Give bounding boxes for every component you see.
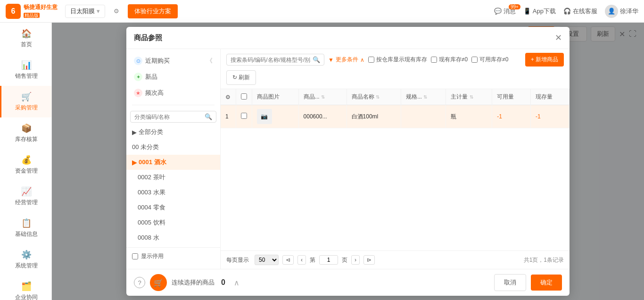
prev-page-button[interactable]: ‹ (297, 255, 306, 265)
row-unit: 瓶 (446, 105, 492, 128)
page-label: 第 (310, 256, 315, 264)
col-unit[interactable]: 主计量 ⇅ (446, 89, 492, 105)
modal-overlay: 商品参照 ✕ ⊙ 近期购买 《 ✦ 新品 (52, 23, 644, 300)
app-download-btn[interactable]: 📱 App下载 (523, 7, 556, 16)
check-stock-nonzero[interactable]: 现有库存≠0 (431, 56, 468, 64)
sidebar-item-sales[interactable]: 📊 销售管理 (0, 54, 51, 86)
help-button[interactable]: ? (134, 277, 145, 288)
sidebar-item-label: 首页 (21, 41, 32, 49)
footer-collapse-icon[interactable]: ∧ (234, 278, 239, 287)
row-code: 000600... (298, 105, 347, 128)
modal-close-button[interactable]: ✕ (555, 33, 562, 43)
show-disabled-label: 显示停用 (141, 252, 164, 260)
col-checkbox (236, 89, 252, 105)
sidebar-item-purchase[interactable]: 🛒 采购管理 (0, 86, 51, 117)
cancel-button[interactable]: 取消 (494, 274, 526, 291)
messages-btn[interactable]: 💬 消息 99+ (494, 7, 516, 16)
col-settings[interactable]: ⚙ (221, 89, 236, 105)
category-label: 0008 水 (138, 233, 159, 242)
logo: 6 畅捷通好生意 精品版 (6, 3, 58, 19)
message-icon: 💬 (494, 8, 502, 15)
store-selector[interactable]: 日太阳膜 ▾ (65, 5, 105, 18)
search-icon[interactable]: 🔍 (313, 56, 320, 63)
collapse-icon[interactable]: 《 (206, 57, 213, 65)
finance-icon: 💰 (21, 155, 32, 165)
sidebar-item-info[interactable]: 📋 基础信息 (0, 212, 51, 244)
col-image: 商品图片 (252, 89, 298, 105)
inventory-icon: 📦 (21, 123, 32, 133)
user-menu[interactable]: 👤 徐泽华 (605, 5, 638, 18)
cart-icon-button[interactable]: 🛒 (150, 274, 167, 291)
freq-icon: ★ (134, 89, 142, 97)
row-checkbox[interactable] (241, 113, 247, 119)
product-modal: 商品参照 ✕ ⊙ 近期购买 《 ✦ 新品 (126, 27, 570, 296)
headset-icon: 🎧 (563, 8, 571, 15)
next-page-button[interactable]: › (351, 255, 360, 265)
settings-icon[interactable]: ⚙ (109, 4, 124, 19)
category-label: 0005 饮料 (138, 218, 165, 227)
all-categories-label: 全部分类 (139, 128, 163, 136)
recent-purchase-item[interactable]: ⊙ 近期购买 《 (128, 53, 218, 69)
row-checkbox-cell[interactable] (236, 105, 252, 128)
trial-button[interactable]: 体验行业方案 (128, 4, 178, 18)
col-spec[interactable]: 规格... ⇅ (401, 89, 446, 105)
category-item-00[interactable]: 00 未分类 (126, 140, 220, 155)
filter-label: 更多条件 (336, 56, 358, 64)
search-icon[interactable]: 🔍 (205, 113, 212, 120)
col-name[interactable]: 商品名称 ⇅ (347, 89, 401, 105)
category-item-0005[interactable]: 0005 饮料 (126, 215, 220, 230)
page-input[interactable] (319, 255, 338, 265)
check-available-nonzero[interactable]: 可用库存≠0 (471, 56, 508, 64)
sidebar-item-label: 企业协同 (15, 293, 38, 300)
arrow-right-icon: ▶ (132, 129, 137, 136)
new-product-item[interactable]: ✦ 新品 (128, 69, 218, 85)
confirm-button[interactable]: 确定 (531, 275, 562, 291)
store-name: 日太阳膜 (70, 7, 95, 16)
sidebar-item-management[interactable]: 📈 经营管理 (0, 181, 51, 212)
modal-header: 商品参照 ✕ (126, 27, 570, 49)
more-filter-button[interactable]: ▼ 更多条件 ∧ (328, 56, 364, 64)
category-item-0004[interactable]: 0004 零食 (126, 200, 220, 215)
select-all-checkbox[interactable] (241, 93, 247, 100)
add-product-button[interactable]: + 新增商品 (525, 53, 564, 67)
sidebar-item-system[interactable]: ⚙️ 系统管理 (0, 244, 51, 275)
sidebar-item-label: 库存核算 (15, 135, 38, 143)
check-by-warehouse[interactable]: 按仓库显示现有库存 (368, 56, 427, 64)
col-code[interactable]: 商品... ⇅ (298, 89, 347, 105)
sidebar-item-home[interactable]: 🏠 首页 (0, 23, 51, 54)
sidebar-item-label: 资金管理 (15, 167, 38, 175)
row-img: 📷 (252, 105, 298, 128)
category-label: 0001 酒水 (139, 158, 166, 167)
row-num: 1 (221, 105, 236, 128)
new-label: 新品 (145, 73, 157, 81)
table-refresh-button[interactable]: ↻ 刷新 (226, 70, 256, 85)
available-nonzero-checkbox[interactable] (471, 57, 478, 63)
category-item-0003[interactable]: 0003 水果 (126, 185, 220, 200)
by-warehouse-checkbox[interactable] (368, 57, 374, 63)
row-spec (401, 105, 446, 128)
sidebar-item-inventory[interactable]: 📦 库存核算 (0, 117, 51, 149)
message-badge: 99+ (509, 4, 520, 9)
stock-nonzero-checkbox[interactable] (431, 57, 437, 63)
sidebar-item-finance[interactable]: 💰 资金管理 (0, 149, 51, 181)
show-disabled-checkbox[interactable] (132, 253, 138, 259)
product-search-input[interactable] (231, 57, 311, 63)
online-service-btn[interactable]: 🎧 在线客服 (563, 7, 597, 16)
product-table-wrap: ⚙ 商品图片 商品... ⇅ 商品名称 ⇅ 规格... ⇅ 主计量 ⇅ 可用量 (221, 89, 570, 250)
all-categories-item[interactable]: ▶ 全部分类 (126, 125, 220, 140)
modal-title: 商品参照 (134, 33, 162, 42)
category-item-0008[interactable]: 0008 水 (126, 230, 220, 245)
first-page-button[interactable]: ⊲ (282, 255, 294, 265)
left-panel: ⊙ 近期购买 《 ✦ 新品 ★ 频次高 (126, 49, 221, 269)
pagination: 每页显示 50 10 20 100 ⊲ ‹ 第 页 (221, 250, 570, 269)
last-page-button[interactable]: ⊳ (363, 255, 375, 265)
per-page-select[interactable]: 50 10 20 100 (255, 255, 279, 265)
table-row[interactable]: 1 📷 000600... 白酒100ml 瓶 -1 -1 (221, 105, 570, 128)
recent-icon: ⊙ (134, 57, 142, 65)
row-stock: -1 (531, 105, 570, 128)
freq-item[interactable]: ★ 频次高 (128, 85, 218, 101)
sidebar-item-collab[interactable]: 🗂️ 企业协同 (0, 275, 51, 300)
category-item-0001[interactable]: ▶ 0001 酒水 (126, 155, 220, 170)
category-item-0002[interactable]: 0002 茶叶 (126, 170, 220, 185)
category-search-input[interactable] (134, 114, 205, 120)
